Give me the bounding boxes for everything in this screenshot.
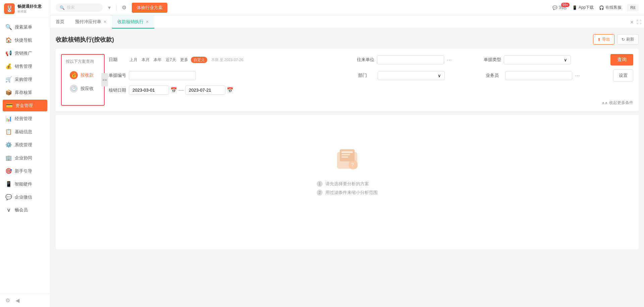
content-area: ? 1 请先选择要分析的方案 2 用过滤条件来缩小分析范围 bbox=[56, 115, 639, 249]
sidebar-nav: 🔍 搜索菜单 🏠 快捷导航 📢 营销推广 💰 销售管理 🛒 采购管理 📦 库存核… bbox=[0, 18, 50, 294]
query-button[interactable]: 查询 bbox=[610, 54, 633, 65]
sales-icon: 💰 bbox=[5, 63, 12, 69]
collapse-more-button[interactable]: ∧∧ 收起更多条件 bbox=[109, 100, 633, 106]
chevron-up-icon: ∧∧ bbox=[602, 101, 608, 105]
verify-end-cal-icon[interactable]: 📅 bbox=[227, 87, 233, 93]
dept-label: 部门 bbox=[358, 72, 375, 79]
collapse-sidebar-icon[interactable]: ◀ bbox=[15, 297, 19, 304]
dept-chevron-icon: ∨ bbox=[438, 73, 441, 78]
finance-icon: 💳 bbox=[6, 102, 13, 109]
receivable-query-icon: 🕐 bbox=[70, 85, 78, 93]
empty-tip-2: 2 用过滤条件来缩小分析范围 bbox=[317, 190, 378, 196]
sidebar-item-wechat[interactable]: 💬 企业微信 bbox=[0, 191, 50, 204]
sidebar-item-finance[interactable]: 💳 资金管理 bbox=[3, 100, 47, 111]
setting-button[interactable]: 设置 bbox=[613, 69, 633, 82]
industry-solution-button[interactable]: 体验行业方案 bbox=[132, 3, 167, 13]
empty-tips: 1 请先选择要分析的方案 2 用过滤条件来缩小分析范围 bbox=[317, 181, 378, 196]
hardware-icon: 📱 bbox=[5, 181, 12, 187]
sidebar-item-shortcut[interactable]: 🏠 快捷导航 bbox=[0, 34, 50, 47]
topbar-divider bbox=[116, 4, 116, 11]
sidebar-item-hardware[interactable]: 📱 智能硬件 bbox=[0, 177, 50, 191]
close-prepay-tab-icon[interactable]: ✕ bbox=[103, 19, 107, 24]
empty-tip-1: 1 请先选择要分析的方案 bbox=[317, 181, 378, 187]
empty-state: ? 1 请先选择要分析的方案 2 用过滤条件来缩小分析范围 bbox=[56, 115, 639, 222]
date-custom[interactable]: 自定义 bbox=[191, 57, 207, 63]
verify-end-date-input[interactable] bbox=[185, 86, 225, 95]
collapse-query-panel-button[interactable]: «» bbox=[101, 73, 108, 87]
verify-date-group: 核销日期 📅 — 📅 bbox=[109, 86, 633, 95]
date-range-text: 不限 至 2023-07-26 bbox=[211, 57, 243, 62]
staff-label: 业务员 bbox=[486, 72, 502, 79]
inventory-icon: 📦 bbox=[5, 89, 12, 96]
gear-icon[interactable]: ⚙ bbox=[122, 4, 126, 11]
docno-input[interactable] bbox=[129, 71, 196, 80]
tab-home[interactable]: 首页 bbox=[50, 15, 70, 29]
dept-dropdown[interactable]: ∨ bbox=[378, 71, 445, 80]
date-this-year[interactable]: 本年 bbox=[152, 56, 163, 63]
partner-dots-icon[interactable]: ··· bbox=[447, 56, 452, 63]
dept-filter-group: 部门 ∨ bbox=[358, 71, 480, 80]
logo-text: 畅捷通好生意 标准版 bbox=[17, 4, 42, 14]
sidebar: 🐰 畅捷通好生意 标准版 🔍 搜索菜单 🏠 快捷导航 📢 营销推广 💰 销售管理… bbox=[0, 0, 50, 307]
refresh-icon: ↻ bbox=[622, 37, 625, 42]
doctype-label: 单据类型 bbox=[484, 57, 501, 63]
online-service-button[interactable]: 🎧 在线客服 bbox=[599, 5, 622, 10]
date-7days[interactable]: 近7天 bbox=[164, 56, 177, 63]
search-nav-icon: 🔍 bbox=[5, 24, 12, 30]
export-icon: ⬆ bbox=[597, 37, 601, 42]
topbar-search[interactable]: 🔍 搜索 bbox=[56, 3, 103, 12]
close-receipt-tab-icon[interactable]: ✕ bbox=[146, 19, 149, 24]
tab-prepay[interactable]: 预付冲应付单 ✕ bbox=[70, 15, 112, 29]
user-menu[interactable]: Rit bbox=[627, 4, 639, 11]
partner-input[interactable] bbox=[377, 55, 444, 64]
query-type-panel: 按以下方案查询 💰 按收款 🕐 按应收 «» bbox=[61, 54, 105, 106]
sidebar-item-system[interactable]: ⚙️ 系统管理 bbox=[0, 138, 50, 151]
svg-text:?: ? bbox=[351, 162, 354, 167]
settings-footer-icon[interactable]: ⚙ bbox=[5, 297, 10, 304]
partner-label: 往来单位 bbox=[357, 57, 374, 63]
topbar: 🔍 搜索 ▾ ⚙ 体验行业方案 💬 消息 99+ 📱 App下载 🎧 在线客服 … bbox=[50, 0, 644, 15]
message-button[interactable]: 💬 消息 99+ bbox=[552, 5, 567, 10]
member-icon: V bbox=[5, 208, 12, 213]
home-icon: 🏠 bbox=[5, 37, 12, 43]
sidebar-item-operations[interactable]: 📊 经营管理 bbox=[0, 112, 50, 125]
close-window-icon[interactable]: ✕ bbox=[630, 19, 634, 25]
sidebar-item-marketing[interactable]: 📢 营销推广 bbox=[0, 47, 50, 60]
date-more[interactable]: 更多 bbox=[179, 56, 190, 63]
date-this-month[interactable]: 本月 bbox=[140, 56, 151, 63]
sidebar-item-search[interactable]: 🔍 搜索菜单 bbox=[0, 20, 50, 34]
staff-input[interactable] bbox=[505, 71, 572, 80]
verify-start-date-input[interactable] bbox=[129, 86, 169, 95]
staff-filter-group: 业务员 ··· bbox=[486, 71, 608, 80]
sidebar-item-sales[interactable]: 💰 销售管理 bbox=[0, 60, 50, 73]
query-type-by-receivable[interactable]: 🕐 按应收 bbox=[66, 82, 100, 95]
message-icon: 💬 bbox=[552, 5, 557, 10]
operations-icon: 📊 bbox=[5, 115, 12, 122]
page-title: 收款核销执行(按收款) bbox=[56, 36, 114, 44]
date-range-separator: — bbox=[178, 87, 184, 93]
sidebar-item-purchase[interactable]: 🛒 采购管理 bbox=[0, 73, 50, 86]
maximize-window-icon[interactable]: ⛶ bbox=[637, 19, 641, 25]
app-download-button[interactable]: 📱 App下载 bbox=[572, 5, 594, 10]
doctype-dropdown[interactable]: ∨ bbox=[504, 55, 571, 64]
system-icon: ⚙️ bbox=[5, 142, 12, 148]
date-last-month[interactable]: 上月 bbox=[128, 56, 139, 63]
sidebar-item-basic[interactable]: 📋 基础信息 bbox=[0, 125, 50, 138]
page-header: 收款核销执行(按收款) ⬆ 导出 ↻ 刷新 bbox=[56, 34, 639, 45]
main-area: 🔍 搜索 ▾ ⚙ 体验行业方案 💬 消息 99+ 📱 App下载 🎧 在线客服 … bbox=[50, 0, 644, 307]
refresh-button[interactable]: ↻ 刷新 bbox=[617, 34, 639, 45]
sidebar-item-inventory[interactable]: 📦 库存核算 bbox=[0, 86, 50, 99]
sidebar-item-guide[interactable]: 🎯 新手引导 bbox=[0, 164, 50, 177]
topbar-dropdown-icon[interactable]: ▾ bbox=[108, 4, 111, 11]
export-button[interactable]: ⬆ 导出 bbox=[593, 34, 614, 45]
filter-row-3: 核销日期 📅 — 📅 bbox=[109, 86, 633, 95]
filter-row-1: 日期 上月 本月 本年 近7天 更多 自定义 不限 至 2023-07-26 bbox=[109, 54, 633, 65]
tip-num-1: 1 bbox=[317, 181, 323, 187]
sidebar-item-member[interactable]: V 畅会员 bbox=[0, 204, 50, 216]
tab-receipt[interactable]: 收款核销执行 ✕ bbox=[112, 15, 154, 29]
doctype-chevron-icon: ∨ bbox=[564, 57, 567, 62]
query-type-by-receipt[interactable]: 💰 按收款 bbox=[66, 68, 100, 82]
sidebar-item-enterprise[interactable]: 🏢 企业协同 bbox=[0, 151, 50, 164]
staff-dots-icon[interactable]: ··· bbox=[575, 72, 580, 79]
verify-start-cal-icon[interactable]: 📅 bbox=[170, 87, 177, 93]
